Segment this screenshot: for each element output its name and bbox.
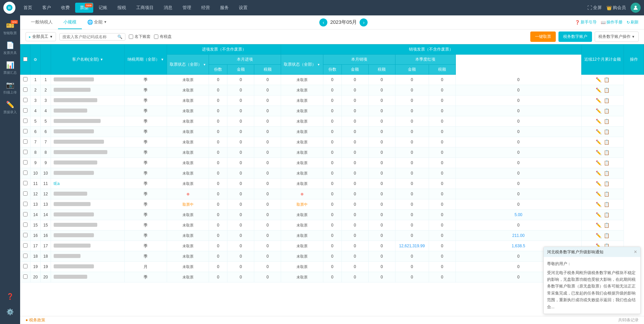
copy-button[interactable]: 📋 (603, 159, 610, 166)
copy-button[interactable]: 📋 (603, 232, 610, 239)
has-tax-disk-filter[interactable]: 有税盘 (154, 34, 172, 40)
edit-button[interactable]: ✏️ (595, 222, 602, 229)
edit-button[interactable]: ✏️ (595, 191, 602, 197)
tab-general-taxpayer[interactable]: 一般纳税人 (25, 16, 58, 29)
row-checkbox-cell[interactable] (20, 137, 31, 147)
nav-accounting[interactable]: 记账 (94, 3, 112, 13)
nav-ticket[interactable]: 票据 new (75, 3, 93, 13)
nav-tax[interactable]: 报税 (113, 3, 131, 13)
edit-button[interactable]: ✏️ (595, 128, 602, 135)
nav-home[interactable]: 首页 (19, 3, 37, 13)
table-cell: 0 (341, 168, 368, 179)
record-count: 共93条记录 (618, 317, 639, 323)
copy-button[interactable]: 📋 (603, 180, 610, 187)
row-checkbox-cell[interactable] (20, 95, 31, 106)
row-checkbox-cell[interactable] (20, 189, 31, 199)
copy-button[interactable]: 📋 (603, 139, 610, 145)
edit-button[interactable]: ✏️ (595, 159, 602, 166)
member-button[interactable]: 👑 购会员 (606, 5, 626, 11)
sidebar-item-smart-ticket[interactable]: 🎫 智能取票 new (1, 19, 19, 38)
row-checkbox-cell[interactable] (20, 251, 31, 262)
edit-button[interactable]: ✏️ (595, 97, 602, 104)
copy-button[interactable]: 📋 (603, 87, 610, 93)
edit-button[interactable]: ✏️ (595, 149, 602, 156)
tax-period-col-header[interactable]: 纳税周期（全部） ▼ (124, 45, 167, 75)
customer-name-col-header[interactable]: 客户名称(全部) ▼ (51, 45, 124, 75)
new-user-guide-button[interactable]: ❓ 新手引导 (575, 19, 597, 25)
digital-account-button[interactable]: 税务数字账户 (558, 31, 592, 42)
logo[interactable] (3, 2, 15, 14)
edit-button[interactable]: ✏️ (595, 118, 602, 125)
nav-service[interactable]: 服务 (215, 3, 233, 13)
copy-button[interactable]: 📋 (603, 97, 610, 104)
nav-customer[interactable]: 客户 (38, 3, 56, 13)
row-checkbox-cell[interactable] (20, 220, 31, 231)
edit-button[interactable]: ✏️ (595, 201, 602, 208)
select-all-checkbox[interactable] (23, 57, 28, 61)
row-checkbox-cell[interactable] (20, 75, 31, 85)
sidebar-settings-button[interactable]: ⚙️ (3, 305, 17, 319)
copy-button[interactable]: 📋 (603, 118, 610, 125)
copy-button[interactable]: 📋 (603, 108, 610, 114)
edit-button[interactable]: ✏️ (595, 170, 602, 177)
nav-settings[interactable]: 设置 (234, 3, 252, 13)
copy-button[interactable]: 📋 (603, 76, 610, 83)
row-checkbox-cell[interactable] (20, 199, 31, 210)
search-icon[interactable]: 🔍 (117, 35, 122, 39)
nav-operation[interactable]: 经营 (197, 3, 215, 13)
row-checkbox-cell[interactable] (20, 127, 31, 137)
prev-period-button[interactable]: ‹ (319, 18, 327, 26)
copy-button[interactable]: 📋 (603, 149, 610, 156)
sidebar-item-invoice-open[interactable]: 📄 发票开具 (1, 39, 19, 58)
row-checkbox-cell[interactable] (20, 210, 31, 220)
row-checkbox-cell[interactable] (20, 158, 31, 168)
digital-account-ops-button[interactable]: 税务数字账户操作 ▼ (595, 31, 639, 42)
copy-button[interactable]: 📋 (603, 201, 610, 208)
nav-business[interactable]: 工商项目 (131, 3, 158, 13)
edit-button[interactable]: ✏️ (595, 232, 602, 239)
sales-fetch-status-header[interactable]: 取票状态（全部） ▼ (281, 55, 323, 75)
row-checkbox-cell[interactable] (20, 147, 31, 158)
sidebar-item-scan-upload[interactable]: 📷 扫描上传 (1, 78, 19, 97)
row-checkbox-cell[interactable] (20, 231, 31, 241)
purchase-fetch-status-header[interactable]: 取票状态（全部） ▼ (167, 55, 209, 75)
tab-small-scale[interactable]: 小规模 (58, 16, 82, 29)
fullscreen-button[interactable]: ⛶ 全屏 (587, 5, 602, 11)
sidebar-question-button[interactable]: ❓ (3, 290, 17, 303)
employee-filter[interactable]: ● 全部员工 ▼ (25, 32, 56, 41)
operation-manual-button[interactable]: 📖 操作手册 (601, 19, 623, 25)
sidebar-item-ticket-entry[interactable]: ✏️ 票据录入 (1, 98, 19, 117)
row-checkbox-cell[interactable] (20, 179, 31, 189)
nav-fee[interactable]: 收费 (56, 3, 74, 13)
row-checkbox-cell[interactable] (20, 106, 31, 116)
user-avatar[interactable] (631, 3, 641, 13)
tax-policy-link[interactable]: ● 税务政策 (25, 317, 45, 323)
edit-button[interactable]: ✏️ (595, 76, 602, 83)
copy-button[interactable]: 📋 (603, 170, 610, 177)
tab-all[interactable]: 🌐 全能 ▼ (82, 16, 112, 29)
copy-button[interactable]: 📋 (603, 191, 610, 197)
copy-button[interactable]: 📋 (603, 211, 610, 218)
copy-button[interactable]: 📋 (603, 222, 610, 229)
sidebar-item-invoice-summary[interactable]: 📊 票据汇总 (1, 58, 19, 77)
customer-search-input[interactable] (62, 35, 116, 39)
edit-button[interactable]: ✏️ (595, 139, 602, 145)
row-checkbox-cell[interactable] (20, 85, 31, 95)
row-checkbox-cell[interactable] (20, 262, 31, 272)
edit-button[interactable]: ✏️ (595, 211, 602, 218)
next-period-button[interactable]: › (360, 18, 368, 26)
name-accounts-filter[interactable]: 名下账套 (129, 34, 151, 40)
copy-button[interactable]: 📋 (603, 128, 610, 135)
row-checkbox-cell[interactable] (20, 241, 31, 251)
one-key-ticket-button[interactable]: 一键取票 (530, 31, 556, 42)
edit-button[interactable]: ✏️ (595, 108, 602, 114)
row-checkbox-cell[interactable] (20, 272, 31, 282)
row-checkbox-cell[interactable] (20, 168, 31, 179)
row-checkbox-cell[interactable] (20, 116, 31, 127)
nav-message[interactable]: 消息 (159, 3, 177, 13)
nav-manage[interactable]: 管理 (178, 3, 196, 13)
edit-button[interactable]: ✏️ (595, 87, 602, 93)
notification-close-button[interactable]: × (634, 249, 637, 255)
edit-button[interactable]: ✏️ (595, 180, 602, 187)
refresh-button[interactable]: ↻ 刷新 (627, 19, 639, 25)
